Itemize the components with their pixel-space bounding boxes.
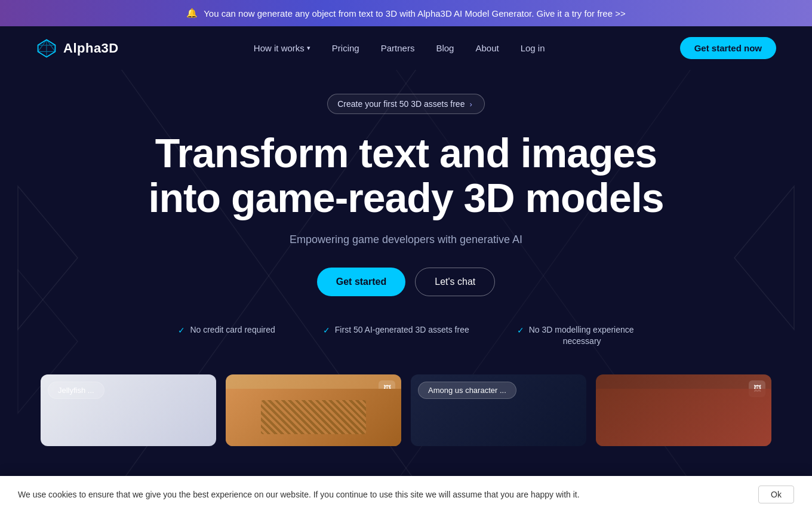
check-icon-3: ✓ [517, 325, 524, 335]
lets-chat-button[interactable]: Let's chat [415, 268, 495, 296]
nav-links: How it works ▾ Pricing Partners Blog Abo… [254, 43, 545, 54]
hero-subtitle: Empowering game developers with generati… [36, 234, 776, 246]
nav-how-it-works[interactable]: How it works ▾ [254, 43, 310, 53]
card-among-us[interactable]: Among us character ... [411, 374, 586, 446]
feature-no-experience: ✓ No 3D modelling experience necessary [517, 325, 634, 346]
nav-about[interactable]: About [475, 43, 499, 54]
how-it-works-label: How it works [254, 43, 304, 53]
bell-icon: 🔔 [186, 8, 198, 19]
check-icon-2: ✓ [323, 325, 330, 335]
card-jellyfish[interactable]: Jellyfish ... [41, 374, 216, 446]
logo-svg [36, 38, 57, 59]
cta-buttons: Get started Let's chat [36, 268, 776, 296]
nav-pricing[interactable]: Pricing [332, 43, 359, 54]
nav-partners[interactable]: Partners [381, 43, 415, 54]
cookie-ok-button[interactable]: Ok [758, 486, 794, 503]
feature-text-3b: necessary [563, 336, 601, 346]
hero-content: Create your first 50 3D assets free › Tr… [36, 94, 776, 346]
card-jellyfish-label: Jellyfish ... [48, 382, 104, 399]
cookie-banner: We use cookies to ensure that we give yo… [0, 476, 812, 513]
nav-login[interactable]: Log in [521, 43, 545, 54]
chevron-right-icon: › [469, 100, 472, 109]
card-brown-box[interactable]: 🖼 [596, 374, 771, 446]
chevron-down-icon: ▾ [307, 44, 310, 52]
badge-text: Create your first 50 3D assets free [337, 99, 465, 109]
check-icon-1: ✓ [178, 325, 185, 335]
free-badge[interactable]: Create your first 50 3D assets free › [327, 94, 485, 114]
feature-text-3a: No 3D modelling experience [529, 325, 634, 334]
feature-no-credit-card: ✓ No credit card required [178, 325, 275, 346]
cards-row: Jellyfish ... 🖼 Among us character ... 🖼 [36, 374, 776, 446]
banner-text: You can now generate any object from tex… [204, 8, 626, 19]
hero-section: Create your first 50 3D assets free › Tr… [0, 70, 812, 482]
nav-get-started-button[interactable]: Get started now [680, 37, 776, 59]
card-among-us-label: Among us character ... [418, 382, 516, 399]
nav-blog[interactable]: Blog [436, 43, 454, 54]
card-leopard[interactable]: 🖼 [226, 374, 401, 446]
logo[interactable]: Alpha3D [36, 38, 119, 59]
feature-list: ✓ No credit card required ✓ First 50 AI-… [36, 325, 776, 346]
logo-text: Alpha3D [63, 41, 119, 56]
hero-title: Transform text and images into game-read… [36, 131, 776, 220]
hero-title-line1: Transform text and images [155, 130, 657, 176]
feature-text-1: No credit card required [190, 325, 275, 334]
get-started-button[interactable]: Get started [317, 268, 405, 296]
navbar: Alpha3D How it works ▾ Pricing Partners … [0, 26, 812, 70]
feature-text-2: First 50 AI-generated 3D assets free [335, 325, 469, 334]
feature-50-assets: ✓ First 50 AI-generated 3D assets free [323, 325, 469, 346]
cookie-text: We use cookies to ensure that we give yo… [18, 490, 580, 499]
feature-no-experience-inner: ✓ No 3D modelling experience [517, 325, 634, 335]
hero-title-line2: into game-ready 3D models [148, 175, 663, 220]
top-banner[interactable]: 🔔 You can now generate any object from t… [0, 0, 812, 26]
